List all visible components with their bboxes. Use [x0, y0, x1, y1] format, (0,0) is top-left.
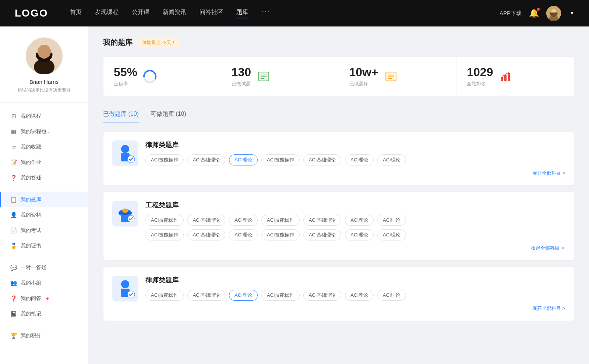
bank-card-1-content: 律师类题库 ACI技能操作 ACI基础理论 ACI理论 ACI技能操作 ACI基…	[145, 140, 565, 176]
bank-tag[interactable]: ACI基础理论	[303, 229, 342, 240]
bank-tag[interactable]: ACI基础理论	[187, 229, 226, 240]
bank-tag[interactable]: ACI理论	[377, 290, 406, 301]
points-icon: 🏆	[10, 332, 17, 339]
sidebar-label-notes: 我的笔记	[21, 311, 41, 317]
bank-tag[interactable]: ACI理论	[229, 215, 258, 226]
bank-card-1-header: 律师类题库 ACI技能操作 ACI基础理论 ACI理论 ACI技能操作 ACI基…	[112, 140, 565, 176]
divider-3	[7, 325, 81, 325]
bank-tag[interactable]: ACI技能操作	[261, 290, 300, 301]
nav-link-more[interactable]: ···	[261, 8, 271, 18]
bank-tag[interactable]: ACI理论	[377, 215, 406, 226]
stat-accuracy: 55% 正确率	[103, 57, 221, 96]
sidebar-item-course-pkg[interactable]: ▦ 我的课程包...	[0, 124, 88, 139]
sidebar-item-favorites[interactable]: ☆ 我的收藏	[0, 139, 88, 155]
bank-tag[interactable]: ACI基础理论	[303, 290, 342, 301]
stat-rank-icon	[498, 69, 513, 84]
bank-card-3-expand[interactable]: 展开全部科目 >	[145, 305, 565, 312]
sidebar-item-exam[interactable]: 📄 我的考试	[0, 223, 88, 238]
bank-tag[interactable]: ACI技能操作	[145, 215, 184, 226]
nav-link-opencourse[interactable]: 公开课	[132, 8, 149, 18]
stat-rank-label: 全站排名	[467, 81, 493, 87]
bank-tag[interactable]: ACI基础理论	[303, 154, 342, 165]
nav-link-qa[interactable]: 问答社区	[200, 8, 223, 18]
svg-rect-17	[501, 77, 503, 81]
tab-done-banks[interactable]: 已做题库 (10)	[103, 107, 139, 122]
sidebar-item-cert[interactable]: 🏅 我的证书	[0, 238, 88, 254]
bank-tag[interactable]: ACI技能操作	[261, 229, 300, 240]
stat-accuracy-icon	[142, 69, 157, 84]
user-menu-chevron[interactable]: ▼	[570, 11, 574, 16]
bank-tag[interactable]: ACI理论	[345, 215, 374, 226]
nav-link-home[interactable]: 首页	[70, 8, 82, 18]
sidebar-item-my-qa[interactable]: ❓ 我的问答	[0, 291, 88, 306]
bank-tag[interactable]: ACI技能操作	[145, 290, 184, 301]
sidebar-item-points[interactable]: 🏆 我的积分	[0, 328, 88, 343]
sidebar-label-homework: 我的作业	[21, 159, 41, 166]
bank-tag[interactable]: ACI技能操作	[145, 229, 184, 240]
sidebar-item-profile[interactable]: 👤 我的资料	[0, 207, 88, 223]
sidebar-label-courses: 我的课程	[21, 113, 41, 119]
user-avatar[interactable]	[546, 6, 561, 21]
bank-card-2-shrink[interactable]: 收起全部科目 ∧	[145, 245, 565, 251]
nav-link-bank[interactable]: 题库	[236, 8, 248, 18]
logo: LOGO	[15, 7, 48, 19]
notes-icon: 📓	[10, 311, 17, 317]
bank-tag[interactable]: ACI基础理论	[187, 154, 226, 165]
bank-tag[interactable]: ACI理论	[229, 229, 258, 240]
sidebar-item-courses[interactable]: ⊡ 我的课程	[0, 108, 88, 124]
bank-tag[interactable]: ACI技能操作	[145, 154, 184, 165]
profile-icon: 👤	[10, 212, 17, 218]
sidebar-item-homework[interactable]: 📝 我的作业	[0, 155, 88, 170]
bank-card-2-tags-row1: ACI技能操作 ACI基础理论 ACI理论 ACI技能操作 ACI基础理论 AC…	[145, 215, 565, 226]
sidebar-item-notes[interactable]: 📓 我的笔记	[0, 306, 88, 322]
bank-card-2-content: 工程类题库 ACI技能操作 ACI基础理论 ACI理论 ACI技能操作 ACI基…	[145, 201, 565, 251]
sidebar-item-bank[interactable]: 📋 我的题库	[0, 192, 88, 207]
sidebar-label-tutoring: 一对一答疑	[21, 264, 46, 271]
bank-tag[interactable]: ACI技能操作	[261, 215, 300, 226]
bank-tag[interactable]: ACI理论	[345, 154, 374, 165]
bank-tag[interactable]: ACI基础理论	[187, 290, 226, 301]
nav-right: APP下载 🔔 ▼	[500, 6, 574, 21]
main-content: 我的题库 体验剩余23天！ 55% 正确率 130	[88, 26, 589, 364]
svg-point-21	[121, 145, 129, 153]
stat-done-questions-number: 130	[232, 65, 251, 79]
bank-tag[interactable]: ACI理论	[345, 290, 374, 301]
homework-icon: 📝	[10, 159, 17, 166]
nav-link-news[interactable]: 新闻资讯	[163, 8, 186, 18]
page-layout: Brian Harris 错误的决定比没有决定要好 ⊡ 我的课程 ▦ 我的课程包…	[0, 26, 589, 364]
bank-tag-active[interactable]: ACI理论	[229, 154, 258, 165]
bank-card-1-expand[interactable]: 展开全部科目 >	[145, 170, 565, 176]
tab-todo-banks[interactable]: 可做题库 (10)	[151, 107, 186, 122]
bank-tag[interactable]: ACI理论	[377, 229, 406, 240]
sidebar-label-questions: 我的答疑	[21, 175, 41, 181]
stat-accuracy-label: 正确率	[114, 81, 137, 87]
favorites-icon: ☆	[10, 144, 17, 150]
stat-done-questions-text: 130 已做试题	[232, 65, 251, 87]
sidebar-item-questions[interactable]: ❓ 我的答疑	[0, 170, 88, 186]
profile-section: Brian Harris 错误的决定比没有决定要好	[0, 38, 88, 103]
sidebar-label-exam: 我的考试	[21, 227, 41, 234]
bank-tag[interactable]: ACI理论	[345, 229, 374, 240]
bank-tag[interactable]: ACI基础理论	[303, 215, 342, 226]
bank-card-1-icon	[112, 140, 138, 166]
bank-tag[interactable]: ACI理论	[377, 154, 406, 165]
stats-row: 55% 正确率 130 已做试题	[103, 56, 574, 96]
lawyer-icon	[114, 142, 136, 164]
notification-bell[interactable]: 🔔	[529, 8, 539, 18]
app-download-link[interactable]: APP下载	[500, 10, 522, 17]
bank-tag[interactable]: ACI技能操作	[261, 154, 300, 165]
nav-link-discover[interactable]: 发现课程	[95, 8, 119, 18]
sidebar-item-group[interactable]: 👥 我的小组	[0, 275, 88, 291]
sidebar-label-profile: 我的资料	[21, 212, 41, 218]
bank-tag[interactable]: ACI基础理论	[187, 215, 226, 226]
profile-avatar-svg	[26, 38, 63, 74]
bank-card-2-icon	[112, 201, 138, 226]
sidebar-item-tutoring[interactable]: 💬 一对一答疑	[0, 260, 88, 275]
page-title: 我的题库	[103, 38, 133, 47]
courses-icon: ⊡	[10, 113, 17, 119]
bank-tag-active[interactable]: ACI理论	[229, 290, 258, 301]
svg-rect-19	[508, 73, 510, 81]
avatar-svg	[546, 6, 561, 21]
stat-done-questions-icon	[256, 69, 271, 84]
sidebar-label-my-qa: 我的问答	[21, 295, 41, 302]
